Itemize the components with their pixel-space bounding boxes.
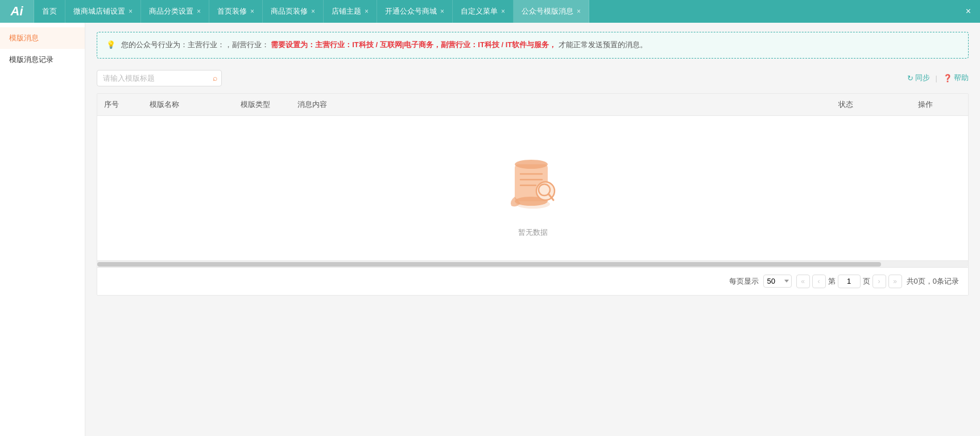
- tab-store-settings-label: 微商城店铺设置: [73, 6, 125, 16]
- tab-homepage-decoration[interactable]: 首页装修 ×: [209, 0, 263, 23]
- sync-icon: ↻: [907, 74, 913, 82]
- tab-product-decoration[interactable]: 商品页装修 ×: [263, 0, 324, 23]
- tab-store-theme-label: 店铺主题: [332, 6, 361, 16]
- tab-store-theme[interactable]: 店铺主题 ×: [324, 0, 377, 23]
- global-close-button[interactable]: ×: [957, 0, 980, 23]
- tab-product-decoration-close[interactable]: ×: [311, 7, 315, 15]
- tab-homepage-decoration-close[interactable]: ×: [250, 7, 254, 15]
- top-navigation: Ai 首页 微商城店铺设置 × 商品分类设置 × 首页装修 × 商品页装修 × …: [0, 0, 980, 23]
- tab-homepage-decoration-label: 首页装修: [217, 6, 247, 16]
- tab-wechat-template[interactable]: 公众号模版消息 ×: [514, 0, 589, 23]
- notice-suffix: 才能正常发送预置的消息。: [559, 40, 647, 49]
- tab-wechat-template-label: 公众号模版消息: [522, 6, 573, 16]
- page-prefix-label: 第: [828, 276, 836, 286]
- tab-store-settings[interactable]: 微商城店铺设置 ×: [65, 0, 141, 23]
- search-bar: ⌕ ↻ 同步 | ❓ 帮助: [97, 70, 969, 86]
- sidebar: 模版消息 模版消息记录: [0, 23, 85, 436]
- tab-open-wechat-mall-close[interactable]: ×: [440, 7, 444, 15]
- tab-home-label: 首页: [42, 6, 57, 16]
- sync-button[interactable]: ↻ 同步: [907, 73, 930, 83]
- page-number-input[interactable]: [838, 275, 861, 288]
- col-status: 状态: [832, 94, 911, 115]
- col-content: 消息内容: [291, 94, 832, 115]
- last-page-button[interactable]: »: [888, 275, 902, 288]
- data-table: 序号 模版名称 模版类型 消息内容 状态 操作: [97, 93, 969, 296]
- notice-highlight: 需要设置为：主营行业：IT科技 / 互联网|电子商务，副营行业：IT科技 / I…: [271, 40, 556, 49]
- bulb-icon: 💡: [106, 40, 115, 49]
- prev-page-button[interactable]: ‹: [812, 275, 826, 288]
- col-type: 模版类型: [234, 94, 291, 115]
- app-logo: Ai: [0, 0, 34, 23]
- search-right: ↻ 同步 | ❓ 帮助: [907, 73, 969, 83]
- search-left: ⌕: [97, 70, 222, 86]
- page-unit-label: 页: [863, 276, 870, 286]
- page-size-select[interactable]: 50 10 20 100: [763, 275, 792, 288]
- next-page-button[interactable]: ›: [873, 275, 886, 288]
- col-name: 模版名称: [143, 94, 234, 115]
- tab-product-decoration-label: 商品页装修: [271, 6, 308, 16]
- page-nav: « ‹ 第 页 › »: [796, 275, 902, 288]
- total-text: 共0页，0条记录: [907, 276, 959, 286]
- table-header: 序号 模版名称 模版类型 消息内容 状态 操作: [97, 94, 968, 116]
- sidebar-item-template-message[interactable]: 模版消息: [0, 27, 85, 49]
- scrollbar-thumb[interactable]: [97, 262, 881, 267]
- main-layout: 模版消息 模版消息记录 💡 您的公众号行业为：主营行业：，副营行业： 需要设置为…: [0, 23, 980, 436]
- horizontal-scrollbar[interactable]: [97, 260, 968, 267]
- tab-store-theme-close[interactable]: ×: [365, 7, 369, 15]
- empty-state: 暂无数据: [97, 116, 968, 260]
- divider: |: [936, 74, 937, 82]
- tab-category-settings-close[interactable]: ×: [197, 7, 201, 15]
- tab-wechat-template-close[interactable]: ×: [577, 7, 581, 15]
- empty-text: 暂无数据: [518, 227, 548, 238]
- page-size-label: 每页显示: [729, 276, 759, 286]
- tab-category-settings-label: 商品分类设置: [149, 6, 193, 16]
- svg-point-2: [515, 160, 548, 169]
- col-action: 操作: [911, 94, 968, 115]
- pagination: 每页显示 50 10 20 100 « ‹ 第 页 › » 共0页，0条记录: [97, 267, 968, 295]
- sidebar-item-template-message-record[interactable]: 模版消息记录: [0, 49, 85, 70]
- tab-category-settings[interactable]: 商品分类设置 ×: [141, 0, 209, 23]
- search-input-wrap: ⌕: [97, 70, 222, 86]
- col-index: 序号: [97, 94, 143, 115]
- help-icon: ❓: [943, 74, 952, 82]
- tab-custom-menu-label: 自定义菜单: [461, 6, 498, 16]
- notice-box: 💡 您的公众号行业为：主营行业：，副营行业： 需要设置为：主营行业：IT科技 /…: [97, 32, 969, 59]
- tab-home[interactable]: 首页: [34, 0, 65, 23]
- notice-prefix: 您的公众号行业为：主营行业：，副营行业：: [121, 40, 269, 49]
- main-content: 💡 您的公众号行业为：主营行业：，副营行业： 需要设置为：主营行业：IT科技 /…: [85, 23, 980, 436]
- tab-open-wechat-mall[interactable]: 开通公众号商城 ×: [377, 0, 453, 23]
- first-page-button[interactable]: «: [796, 275, 810, 288]
- help-button[interactable]: ❓ 帮助: [943, 73, 969, 83]
- search-input[interactable]: [97, 70, 222, 86]
- tab-custom-menu-close[interactable]: ×: [501, 7, 505, 15]
- empty-illustration: [499, 150, 567, 218]
- tab-store-settings-close[interactable]: ×: [129, 7, 133, 15]
- help-label: 帮助: [954, 73, 969, 83]
- tab-open-wechat-mall-label: 开通公众号商城: [385, 6, 437, 16]
- search-icon[interactable]: ⌕: [213, 73, 217, 82]
- tab-custom-menu[interactable]: 自定义菜单 ×: [453, 0, 514, 23]
- sync-label: 同步: [915, 73, 930, 83]
